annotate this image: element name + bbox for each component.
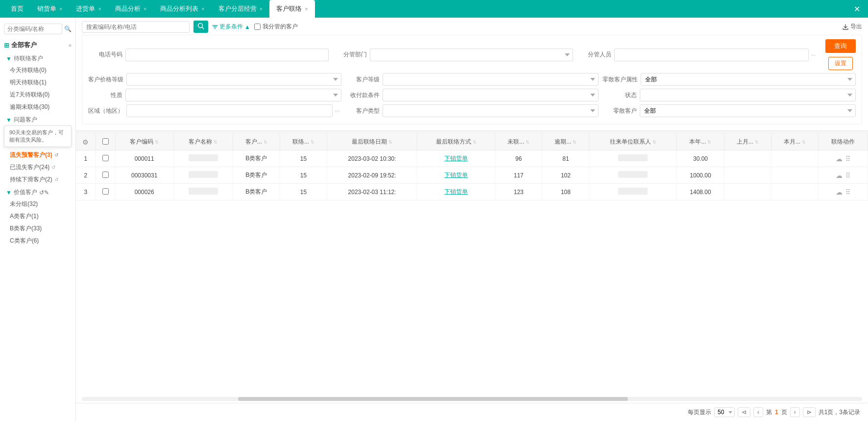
filter-select-branch-dept[interactable] xyxy=(370,49,573,61)
filter-select-zero-customer[interactable]: 全部 xyxy=(640,104,856,117)
sidebar-item-overdue-pending[interactable]: 逾期未联络(30) xyxy=(0,101,75,113)
cell-index-2: 3 xyxy=(76,184,96,200)
sort-contact[interactable]: 联络... ⇅ xyxy=(292,138,314,146)
branch-person-more-icon[interactable]: ··· xyxy=(809,51,818,58)
row-checkbox-1[interactable] xyxy=(102,172,109,178)
filter-select-payment[interactable] xyxy=(383,89,599,101)
last-way-link-0[interactable]: 下销货单 xyxy=(444,155,468,162)
tab-home[interactable]: 首页 xyxy=(4,0,30,18)
sidebar-item-ungrouped[interactable]: 未分组(32) xyxy=(0,198,75,210)
action-chat-icon-1[interactable]: ☁ xyxy=(836,172,843,179)
value-edit-icon[interactable]: ✎ xyxy=(44,189,49,196)
sidebar-item-declining[interactable]: 持续下滑客户(2) ↺ xyxy=(0,173,75,186)
last-way-link-1[interactable]: 下销货单 xyxy=(444,172,468,178)
sidebar-search-icon[interactable]: 🔍 xyxy=(64,25,72,32)
cell-action-0: ☁ ⠿ xyxy=(818,150,868,167)
close-tab-sales-order[interactable]: × xyxy=(59,6,62,12)
sort-last-contact-date[interactable]: 最后联络日期 ⇅ xyxy=(352,138,392,146)
region-more-icon[interactable]: ··· xyxy=(333,107,341,114)
filter-select-zero-attr[interactable]: 全部 xyxy=(641,73,856,86)
filter-search-button[interactable] xyxy=(193,21,208,33)
close-tab-customer-contact[interactable]: × xyxy=(305,6,308,12)
horizontal-scrollbar[interactable] xyxy=(82,397,862,401)
sort-last-month[interactable]: 上月... ⇅ xyxy=(737,138,759,146)
tab-product-analysis[interactable]: 商品分析 × xyxy=(108,0,153,18)
cell-this-year-0: 30.00 xyxy=(677,150,724,167)
total-label: 共1页，3条记录 xyxy=(819,408,860,417)
more-filter-button[interactable]: 更多条件 ▲ xyxy=(212,23,250,31)
row-checkbox-2[interactable] xyxy=(102,188,109,195)
cell-last-month-1 xyxy=(724,167,771,184)
sidebar-group-value[interactable]: ▼ 价值客户 ↺ ✎ xyxy=(0,186,75,198)
table-scroll[interactable]: ⚙ 客户编码 ⇅ xyxy=(76,134,868,395)
select-all-checkbox[interactable] xyxy=(102,138,109,145)
sidebar-item-7days-pending[interactable]: 近7天待联络(0) xyxy=(0,89,75,101)
sidebar-group-pending[interactable]: ▼ 待联络客户 xyxy=(0,52,75,64)
sidebar-search-input[interactable] xyxy=(4,24,62,34)
value-refresh-icon[interactable]: ↺ xyxy=(39,189,44,196)
sort-overdue[interactable]: 逾期... ⇅ xyxy=(555,138,577,146)
sort-this-month[interactable]: 本月... ⇅ xyxy=(784,138,806,146)
filter-select-customer-grade[interactable] xyxy=(383,73,599,86)
first-page-button[interactable]: ⊲ xyxy=(738,407,750,417)
tab-purchase-order[interactable]: 进货单 × xyxy=(69,0,108,18)
sort-this-year[interactable]: 本年... ⇅ xyxy=(689,138,711,146)
cell-action-1: ☁ ⠿ xyxy=(818,167,868,184)
filter-select-nature[interactable] xyxy=(125,89,341,101)
action-more-icon-2[interactable]: ⠿ xyxy=(845,188,850,196)
sidebar-item-c-class[interactable]: C类客户(6) xyxy=(0,235,75,247)
sidebar-item-b-class[interactable]: B类客户(33) xyxy=(0,223,75,235)
sort-uncontacted[interactable]: 未联... ⇅ xyxy=(507,138,530,146)
sidebar-item-today-pending[interactable]: 今天待联络(0) xyxy=(0,64,75,76)
action-more-icon-0[interactable]: ⠿ xyxy=(845,155,850,163)
declining-refresh-icon[interactable]: ↺ xyxy=(54,177,58,182)
cell-last-way-1: 下销货单 xyxy=(417,167,495,184)
filter-select-status[interactable] xyxy=(640,89,856,101)
prev-page-button[interactable]: ‹ xyxy=(753,407,763,417)
tab-customer-layered[interactable]: 客户分层经营 × xyxy=(212,0,269,18)
scrollbar-thumb[interactable] xyxy=(238,397,628,401)
close-tab-product-analysis[interactable]: × xyxy=(144,6,146,12)
tab-product-analysis-list[interactable]: 商品分析列表 × xyxy=(153,0,211,18)
action-chat-icon-2[interactable]: ☁ xyxy=(836,188,843,196)
gear-icon[interactable]: ⚙ xyxy=(82,138,89,146)
filter-search-input[interactable] xyxy=(82,21,190,33)
filter-select-price-grade[interactable] xyxy=(126,73,341,86)
tab-customer-contact[interactable]: 客户联络 × xyxy=(269,0,314,18)
query-button[interactable]: 查询 xyxy=(825,39,856,53)
tab-sales-order[interactable]: 销货单 × xyxy=(30,0,69,18)
sidebar-item-churn-warning[interactable]: 流失预警客户(3) ↺ xyxy=(0,149,75,161)
close-tab-product-analysis-list[interactable]: × xyxy=(201,6,204,12)
sidebar-item-a-class[interactable]: A类客户(1) xyxy=(0,210,75,223)
group-arrow-problem: ▼ xyxy=(6,117,12,124)
sidebar-item-tomorrow-pending[interactable]: 明天待联络(1) xyxy=(0,76,75,89)
sort-last-contact-way[interactable]: 最后联络方式 ⇅ xyxy=(436,138,477,146)
close-tab-purchase-order[interactable]: × xyxy=(98,6,101,12)
close-tab-customer-layered[interactable]: × xyxy=(260,6,263,12)
my-customers-checkbox-label[interactable]: 我分管的客户 xyxy=(254,23,298,31)
last-page-button[interactable]: ⊳ xyxy=(803,407,816,417)
row-checkbox-0[interactable] xyxy=(102,155,109,161)
sort-name[interactable]: 客户名称 ⇅ xyxy=(189,138,217,146)
next-page-button[interactable]: › xyxy=(790,407,800,417)
action-chat-icon-0[interactable]: ☁ xyxy=(836,155,843,163)
sidebar-item-churned[interactable]: 已流失客户(24) ↺ xyxy=(0,161,75,173)
window-close-button[interactable]: ✕ xyxy=(850,4,864,14)
action-more-icon-1[interactable]: ⠿ xyxy=(845,172,850,179)
sidebar-group-problem[interactable]: ▼ 问题客户 xyxy=(0,113,75,125)
filter-input-branch-person[interactable] xyxy=(614,49,809,61)
settings-button[interactable]: 设置 xyxy=(828,57,853,70)
churned-refresh-icon[interactable]: ↺ xyxy=(51,165,55,170)
my-customers-checkbox[interactable] xyxy=(254,24,261,30)
export-button[interactable]: 导出 xyxy=(842,23,862,31)
filter-input-phone[interactable] xyxy=(125,49,329,61)
filter-select-customer-type[interactable] xyxy=(383,104,599,117)
sort-code[interactable]: 客户编码 ⇅ xyxy=(130,138,159,146)
all-customers-section[interactable]: ⊞ 全部客户 « xyxy=(0,38,75,52)
last-way-link-2[interactable]: 下销货单 xyxy=(444,188,468,195)
page-size-select[interactable]: 50 xyxy=(714,407,735,417)
filter-input-region[interactable] xyxy=(126,104,333,117)
sort-unit-contact[interactable]: 往来单位联系人 ⇅ xyxy=(610,138,656,146)
churn-warning-refresh-icon[interactable]: ↺ xyxy=(54,152,58,158)
sort-type[interactable]: 客户... ⇅ xyxy=(245,138,267,146)
